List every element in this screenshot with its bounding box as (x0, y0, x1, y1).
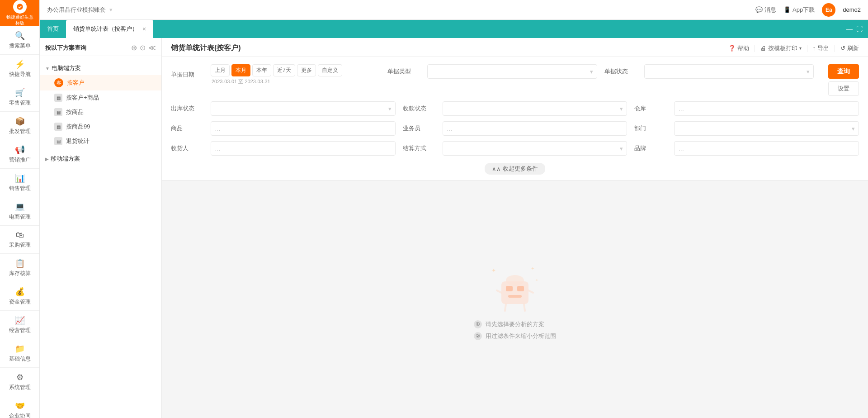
query-button[interactable]: 查询 (828, 64, 859, 79)
sidebar-icon-finance: 💰 (15, 287, 25, 297)
export-button[interactable]: ↑ 导出 (813, 44, 830, 52)
sidebar-item-wholesale-mgmt[interactable]: 📦批发管理 (0, 112, 40, 140)
sidebar: 畅捷通好生意 标版 🔍搜索菜单⚡快捷导航🛒零售管理📦批发管理📢营销推广📊销售管理… (0, 0, 40, 418)
svg-line-7 (528, 290, 533, 293)
ship-status-arrow: ▾ (388, 105, 392, 112)
sidebar-item-search-menu[interactable]: 🔍搜索菜单 (0, 26, 40, 55)
tab-home[interactable]: 首页 (40, 20, 66, 38)
tree-group-label-desktop: 电脑端方案 (52, 64, 81, 72)
window-minimize-icon[interactable]: — (846, 25, 853, 33)
sidebar-item-quick-nav[interactable]: ⚡快捷导航 (0, 55, 40, 83)
help-icon: ❓ (728, 45, 736, 52)
sidebar-label-ecommerce: 电商管理 (9, 213, 31, 221)
sidebar-item-enterprise[interactable]: 🤝企业协同 (0, 396, 40, 418)
user-avatar[interactable]: Ea (822, 3, 835, 17)
brand-dots: … (678, 145, 684, 152)
message-button[interactable]: 💬 消息 (755, 6, 776, 14)
empty-tips: ① 请先选择要分析的方案 ② 用过滤条件来缩小分析范围 (474, 320, 556, 340)
tree-item-by-customer-product[interactable]: ▦按客户+商品 (40, 90, 161, 105)
user-initials: Ea (826, 7, 832, 13)
tree-item-by-returns[interactable]: ▤退货统计 (40, 134, 161, 148)
export-icon: ↑ (813, 45, 816, 52)
sidebar-item-inventory[interactable]: 📋库存核算 (0, 254, 40, 282)
sales-rep-dots: … (447, 125, 453, 132)
order-type-field[interactable]: ▾ (427, 64, 597, 79)
settlement-arrow: ▾ (620, 145, 623, 152)
user-name: demo2 (843, 6, 861, 13)
tree-group-desktop: ▼电脑端方案客按客户▦按客户+商品▦按商品▦按商品99▤退货统计 (40, 60, 161, 150)
sidebar-item-finance[interactable]: 💰资金管理 (0, 282, 40, 311)
receiver-field[interactable]: … (211, 141, 396, 156)
tree-section: ▼电脑端方案客按客户▦按客户+商品▦按商品▦按商品99▤退货统计▶移动端方案 (40, 56, 161, 418)
sidebar-label-wholesale-mgmt: 批发管理 (9, 128, 31, 135)
collapse-panel-icon[interactable]: ≪ (148, 43, 156, 52)
main-area: 办公用品行业模拟账套 ▾ 💬 消息 📱 App下载 Ea demo2 首页 销货… (40, 0, 868, 418)
sidebar-item-system[interactable]: ⚙系统管理 (0, 368, 40, 396)
sidebar-label-quick-nav: 快捷导航 (9, 71, 31, 78)
page-title: 销货单统计表(按客户) (171, 43, 241, 53)
sidebar-item-purchase-mgmt[interactable]: 🛍采购管理 (0, 226, 40, 254)
sidebar-item-operations[interactable]: 📈经营管理 (0, 311, 40, 339)
download-icon: 📱 (783, 6, 791, 13)
warehouse-field[interactable]: … (674, 101, 859, 116)
settings-button[interactable]: 设置 (828, 81, 859, 96)
sidebar-item-marketing[interactable]: 📢营销推广 (0, 140, 40, 169)
department-field[interactable]: ▾ (674, 121, 859, 136)
left-panel-title: 按以下方案查询 (45, 44, 86, 52)
date-btn-本月[interactable]: 本月 (231, 64, 250, 76)
date-btn-本年[interactable]: 本年 (252, 64, 271, 76)
tree-group-header-mobile[interactable]: ▶移动端方案 (40, 152, 161, 166)
print-icon: 🖨 (760, 45, 766, 52)
tree-item-label-by-customer: 按客户 (67, 79, 85, 87)
date-btn-上月[interactable]: 上月 (211, 64, 230, 76)
settlement-label: 结算方式 (403, 144, 439, 152)
payment-status-field[interactable]: ▾ (443, 101, 627, 116)
collapse-button[interactable]: ∧∧ 收起更多条件 (485, 163, 545, 175)
svg-line-8 (505, 304, 506, 311)
ship-status-field[interactable]: ▾ (211, 101, 396, 116)
warehouse-label: 仓库 (634, 104, 670, 113)
brand-field[interactable]: … (674, 141, 859, 156)
help-button[interactable]: ❓ 帮助 (728, 44, 749, 52)
window-maximize-icon[interactable]: ⛶ (856, 25, 863, 33)
app-download-label: App下载 (793, 6, 815, 14)
empty-tip-1: ① 请先选择要分析的方案 (474, 320, 556, 328)
sidebar-item-ecommerce[interactable]: 💻电商管理 (0, 197, 40, 226)
breadcrumb: 办公用品行业模拟账套 (47, 6, 106, 14)
date-btn-更多[interactable]: 更多 (297, 64, 316, 76)
sidebar-item-sales-mgmt[interactable]: 📊销售管理 (0, 169, 40, 197)
action-buttons: 查询 设置 (828, 64, 859, 96)
app-logo: 畅捷通好生意 标版 (0, 0, 40, 26)
print-label: 按模板打印 (768, 44, 797, 52)
tree-item-by-customer[interactable]: 客按客户 (40, 75, 161, 90)
date-btn-自定义[interactable]: 自定义 (318, 64, 342, 76)
order-status-field[interactable]: ▾ (644, 64, 814, 79)
app-subtitle: 标版 (15, 20, 24, 26)
tab-close-icon[interactable]: × (142, 25, 146, 33)
date-btn-近7天[interactable]: 近7天 (273, 64, 295, 76)
sidebar-label-sales-mgmt: 销售管理 (9, 185, 31, 192)
sidebar-item-basic-info[interactable]: 📁基础信息 (0, 339, 40, 368)
tree-item-by-product[interactable]: ▦按商品 (40, 105, 161, 119)
sidebar-item-retail-mgmt[interactable]: 🛒零售管理 (0, 83, 40, 112)
svg-point-5 (506, 275, 524, 286)
divider2 (807, 45, 807, 52)
tab-report[interactable]: 销货单统计表（按客户） × (66, 20, 153, 38)
add-scheme-icon[interactable]: ⊕ (131, 43, 137, 52)
tree-group-header-desktop[interactable]: ▼电脑端方案 (40, 62, 161, 75)
product-field[interactable]: … (211, 121, 396, 136)
sidebar-label-retail-mgmt: 零售管理 (9, 99, 31, 107)
sales-rep-field[interactable]: … (443, 121, 627, 136)
settlement-field[interactable]: ▾ (443, 141, 627, 156)
sidebar-icon-basic-info: 📁 (15, 344, 25, 354)
settings-scheme-icon[interactable]: ⊙ (140, 43, 146, 52)
app-download-button[interactable]: 📱 App下载 (783, 6, 815, 14)
print-button[interactable]: 🖨 按模板打印 (760, 44, 802, 52)
tree-item-by-product-99[interactable]: ▦按商品99 (40, 119, 161, 134)
collapse-label: 收起更多条件 (503, 165, 538, 173)
collapse-row: ∧∧ 收起更多条件 (171, 159, 859, 176)
tree-icon-by-customer: 客 (54, 78, 63, 87)
refresh-button[interactable]: ↺ 刷新 (840, 44, 859, 52)
svg-point-0 (17, 4, 23, 10)
message-label: 消息 (764, 6, 776, 14)
